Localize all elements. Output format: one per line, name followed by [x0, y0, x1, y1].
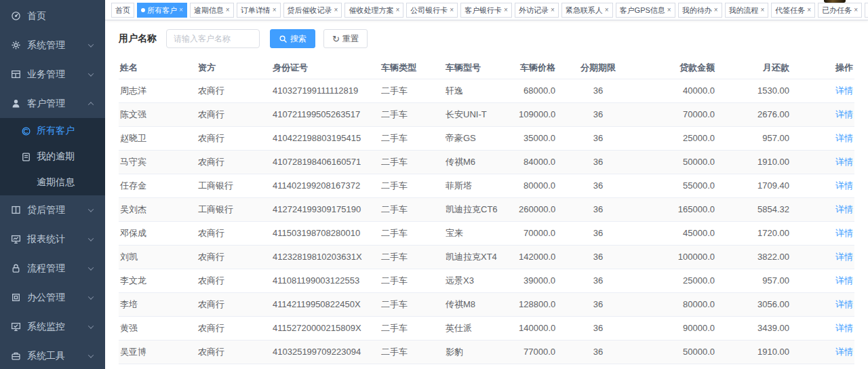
cell: 周志洋 — [119, 79, 197, 102]
detail-link[interactable]: 详情 — [835, 85, 853, 96]
tab-visit-records[interactable]: 外访记录× — [515, 3, 559, 18]
tab-label: 催收处理方案 — [349, 5, 393, 16]
detail-link[interactable]: 详情 — [835, 109, 853, 119]
table-row: 邓保成农商行411503198708280010二手车宝来70000.03645… — [119, 221, 854, 245]
detail-link[interactable]: 详情 — [835, 180, 853, 191]
sidebar-item-process-mgmt[interactable]: 流程管理 — [0, 254, 105, 283]
cell: 英仕派 — [444, 316, 517, 340]
close-tab-icon[interactable]: × — [714, 7, 718, 14]
cell: 25000.0 — [639, 126, 716, 150]
tab-my-todo[interactable]: 我的待办× — [678, 3, 722, 18]
close-tab-icon[interactable]: × — [395, 7, 399, 14]
cell: 36 — [557, 102, 639, 126]
detail-link[interactable]: 详情 — [835, 347, 853, 357]
cell: 二手车 — [380, 150, 444, 174]
card-icon — [20, 152, 31, 162]
search-button[interactable]: 搜索 — [270, 29, 315, 48]
sidebar-item-system-mgmt[interactable]: 系统管理 — [0, 31, 105, 60]
tab-collection-plan[interactable]: 催收处理方案× — [344, 3, 403, 18]
tab-home[interactable]: 首页 — [111, 3, 134, 18]
reset-button[interactable]: ↻ 重置 — [323, 29, 368, 48]
sidebar-item-customer-mgmt[interactable]: 客户管理 — [0, 89, 105, 118]
tab-all-customers[interactable]: 所有客户× — [137, 3, 187, 18]
close-tab-icon[interactable]: × — [179, 7, 183, 14]
detail-link[interactable]: 详情 — [835, 323, 853, 333]
tab-clipped-tab[interactable]: 挂 — [865, 3, 868, 18]
detail-link[interactable]: 详情 — [835, 204, 853, 214]
detail-link[interactable]: 详情 — [835, 228, 853, 238]
cell: 吴刘杰 — [119, 197, 197, 221]
sidebar-item-system-tools[interactable]: 系统工具 — [0, 341, 105, 369]
tab-customer-gps[interactable]: 客户GPS信息× — [616, 3, 675, 18]
tab-customer-bank-card[interactable]: 客户银行卡× — [460, 3, 512, 18]
tab-label: 代签任务 — [775, 5, 805, 16]
sidebar-menu: 首页系统管理业务管理客户管理所有客户我的逾期逾期信息贷后管理报表统计流程管理办公… — [0, 0, 105, 369]
customer-name-input[interactable] — [166, 29, 260, 48]
cell: 农商行 — [197, 150, 271, 174]
close-tab-icon[interactable]: × — [226, 7, 230, 14]
table-row: 黄强农商行41152720000215809X二手车英仕派140000.0369… — [119, 316, 854, 340]
detail-link[interactable]: 详情 — [835, 133, 853, 143]
sidebar-item-home[interactable]: 首页 — [0, 1, 105, 31]
close-tab-icon[interactable]: × — [504, 7, 508, 14]
sidebar-item-system-monitor[interactable]: 系统监控 — [0, 312, 105, 341]
detail-link[interactable]: 详情 — [835, 299, 853, 309]
cell: 二手车 — [380, 102, 444, 126]
cell: 410728198406160571 — [271, 150, 380, 174]
tab-overdue-info[interactable]: 逾期信息× — [190, 3, 234, 18]
close-tab-icon[interactable]: × — [450, 7, 454, 14]
sidebar-item-label: 流程管理 — [27, 263, 89, 275]
detail-link[interactable]: 详情 — [835, 157, 853, 167]
tab-label: 外访记录 — [519, 5, 549, 16]
cell: 任存金 — [119, 174, 197, 197]
detail-link[interactable]: 详情 — [835, 252, 853, 262]
cell: 1530.00 — [716, 79, 791, 102]
cell: 赵晓卫 — [119, 126, 197, 150]
cell: 二手车 — [380, 79, 444, 102]
sidebar-item-all-customers[interactable]: 所有客户 — [0, 118, 105, 144]
cell: 3439.00 — [716, 316, 791, 340]
cell: 农商行 — [197, 126, 271, 150]
cell — [517, 364, 557, 369]
cell: 36 — [557, 150, 639, 174]
cell: 农商行 — [197, 340, 271, 364]
close-tab-icon[interactable]: × — [761, 7, 765, 14]
cell: 165000.0 — [639, 197, 716, 221]
cell: 陈文强 — [119, 102, 197, 126]
close-tab-icon[interactable]: × — [667, 7, 671, 14]
sidebar-item-business-mgmt[interactable]: 业务管理 — [0, 60, 105, 89]
tab-company-bank-card[interactable]: 公司银行卡× — [406, 3, 458, 18]
cell: 40000.0 — [639, 79, 716, 102]
cell: 农商行 — [197, 79, 271, 102]
close-tab-icon[interactable]: × — [605, 7, 609, 14]
cell-action: 详情 — [791, 79, 854, 102]
tab-sign-tasks[interactable]: 代签任务× — [771, 3, 815, 18]
detail-link[interactable]: 详情 — [835, 275, 853, 286]
tab-done-tasks[interactable]: 已办任务× — [818, 3, 862, 18]
tab-my-process[interactable]: 我的流程× — [725, 3, 769, 18]
close-tab-icon[interactable]: × — [854, 7, 858, 14]
sidebar-item-overdue-info[interactable]: 逾期信息 — [0, 170, 105, 195]
tab-emergency-contacts[interactable]: 紧急联系人× — [561, 3, 613, 18]
sidebar-item-office-mgmt[interactable]: 办公管理 — [0, 283, 105, 312]
chevron-down-icon — [88, 71, 94, 76]
tab-collection-records[interactable]: 贷后催收记录× — [283, 3, 342, 18]
close-tab-icon[interactable]: × — [334, 7, 338, 14]
close-tab-icon[interactable]: × — [551, 7, 555, 14]
cell — [716, 364, 791, 369]
cell: 36 — [557, 197, 639, 221]
cell: 411081199003122553 — [271, 269, 380, 292]
tab-order-detail[interactable]: 订单详情× — [237, 3, 281, 18]
close-tab-icon[interactable]: × — [807, 7, 811, 14]
tab-label: 我的待办 — [682, 5, 712, 16]
toolbox-icon — [9, 351, 22, 362]
sidebar-item-report-stats[interactable]: 报表统计 — [0, 225, 105, 254]
sidebar-item-postloan-mgmt[interactable]: 贷后管理 — [0, 195, 105, 225]
close-tab-icon[interactable]: × — [273, 7, 277, 14]
chevron-down-icon — [88, 265, 94, 270]
table-row: 李文龙农商行411081199003122553二手车远景X339000.036… — [119, 269, 854, 292]
sidebar-item-my-overdue[interactable]: 我的逾期 — [0, 144, 105, 170]
cell: 39000.0 — [517, 269, 557, 292]
cell: 菲斯塔 — [444, 174, 517, 197]
cell: 100000.0 — [639, 245, 716, 269]
